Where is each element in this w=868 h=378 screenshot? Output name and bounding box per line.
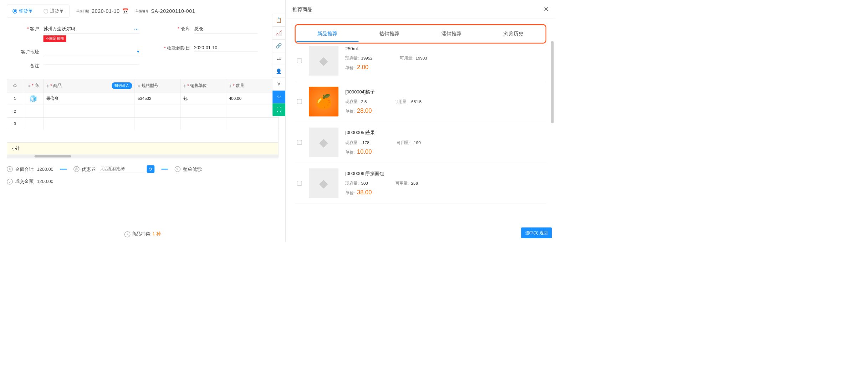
list-item[interactable]: 🍊 [0000004]橘子 现存量:2.5 可用量:-681.5 单价:28.0… [295, 81, 546, 122]
tool-expand-icon[interactable]: ⛶ [272, 103, 285, 116]
checkbox[interactable] [297, 181, 302, 186]
tool-currency-icon[interactable]: ¥ [272, 78, 285, 91]
deal-icon: ✓ [7, 179, 13, 185]
customer-label: 客户 [7, 24, 43, 32]
sort-icon: ▲▼ [229, 84, 232, 87]
tool-star-icon[interactable]: ☆ [272, 91, 285, 103]
radio-selected-icon [12, 9, 17, 14]
chevron-down-icon[interactable]: ▾ [137, 49, 139, 54]
customer-select[interactable]: 苏州万达沃尔玛 ⋯ [44, 24, 139, 34]
col-qty[interactable]: ▲▼数量 [226, 79, 258, 92]
tab-slow-recommend[interactable]: 滞销推荐 [420, 26, 482, 42]
product-thumb: ◆ [309, 128, 338, 157]
product-list[interactable]: ◆ 250ml 现存量:19952 可用量:19903 单价:2.00 🍊 [0… [286, 46, 556, 242]
row-name[interactable]: 果倍爽 [44, 92, 135, 105]
coupon-input[interactable] [99, 165, 144, 173]
doc-date-value: 2020-01-10 [92, 8, 119, 14]
row-thumb: 🧊 [23, 92, 44, 105]
tab-sales-label: 销货单 [19, 8, 32, 14]
discount-icon: % [175, 166, 181, 172]
address-label: 客户地址 [7, 47, 43, 55]
doc-date-label: 单据日期 [76, 9, 89, 13]
warehouse-select[interactable]: 总仓 [194, 24, 258, 34]
address-select[interactable]: ▾ [44, 47, 139, 56]
tool-exchange-icon[interactable]: ⇄ [272, 52, 285, 65]
doc-date-field[interactable]: 单据日期 2020-01-10 📅 [76, 8, 129, 14]
minus-icon [60, 169, 67, 170]
doc-no-field: 单据编号 SA-20200110-001 [136, 8, 195, 14]
col-spec[interactable]: ▲▼规格型号 [135, 79, 180, 92]
tab-history[interactable]: 浏览历史 [482, 26, 545, 42]
product-thumb: ◆ [309, 168, 338, 198]
horizontal-scrollbar[interactable] [7, 154, 278, 158]
doc-no-value: SA-20200110-001 [151, 8, 195, 14]
row-spec[interactable]: 534532 [135, 92, 180, 105]
list-item[interactable]: ◆ [0000005]芒果 现存量:-178 可用量:-190 单价:10.00 [295, 122, 546, 163]
warehouse-label: 仓库 [158, 24, 194, 32]
sort-icon: ▲▼ [183, 84, 186, 87]
customer-value: 苏州万达沃尔玛 [44, 26, 76, 32]
doc-no-label: 单据编号 [136, 9, 148, 13]
checkbox[interactable] [297, 99, 302, 104]
warehouse-value: 总仓 [194, 26, 203, 32]
panel-title: 推荐商品 [292, 6, 312, 12]
tab-return-order[interactable]: 退货单 [38, 5, 69, 17]
side-toolbar: 📋 📈 🔗 ⇄ 👤 ¥ ☆ ⛶ [272, 14, 285, 116]
due-label: 收款到期日 [158, 44, 194, 51]
sort-icon: ▲▼ [138, 84, 141, 87]
table-row[interactable] [7, 130, 278, 143]
row-unit[interactable]: 包 [180, 92, 226, 105]
tool-note-icon[interactable]: 📋 [272, 14, 285, 27]
table-row[interactable]: 3 [7, 118, 278, 130]
more-icon[interactable]: ⋯ [134, 26, 139, 31]
row-qty[interactable]: 400.00 [226, 92, 258, 105]
product-price: 10.00 [357, 148, 372, 155]
table-row[interactable]: 2 [7, 105, 278, 117]
coupon-field: 券 优惠券: ⟳ [73, 165, 155, 173]
refresh-icon[interactable]: ⟳ [147, 165, 155, 173]
product-price: 38.00 [357, 189, 372, 196]
calendar-icon[interactable]: 📅 [122, 8, 128, 14]
list-item[interactable]: ◆ [0000006]手撕面包 现存量:300 可用量:256 单价:38.00 [295, 163, 546, 204]
product-thumb: 🍊 [309, 87, 338, 116]
scan-entry-button[interactable]: 扫码录入 [112, 82, 132, 89]
product-name: [0000004]橘子 [345, 89, 544, 95]
table-row[interactable]: 1 🧊 果倍爽 534532 包 400.00 [7, 92, 278, 105]
col-settings[interactable]: ⚙ [7, 79, 23, 92]
due-value: 2020-01-10 [194, 45, 217, 50]
product-name: [0000005]芒果 [345, 130, 544, 136]
coupon-icon: 券 [73, 166, 80, 172]
yen-icon: ¥ [7, 166, 13, 172]
product-price: 2.00 [357, 64, 368, 71]
product-thumb: ◆ [309, 46, 338, 76]
subtotal-row: 小计 [7, 142, 278, 154]
tool-link-icon[interactable]: 🔗 [272, 40, 285, 52]
tool-chart-icon[interactable]: 📈 [272, 27, 285, 40]
minus-icon [162, 169, 168, 170]
kinds-icon: ≡ [124, 231, 131, 237]
order-type-tabs: 销货单 退货单 [7, 5, 69, 17]
col-image[interactable]: ▲▼商 [23, 79, 44, 92]
close-icon[interactable]: ✕ [543, 5, 549, 13]
tab-sales-order[interactable]: 销货单 [7, 5, 38, 17]
items-grid: ⚙ ▲▼商 ▲▼商品扫码录入 ▲▼规格型号 ▲▼销售单位 ▲▼数量 1 🧊 果倍… [7, 79, 279, 158]
list-item[interactable]: ◆ 250ml 现存量:19952 可用量:19903 单价:2.00 [295, 46, 546, 81]
product-name: 250ml [345, 46, 544, 51]
col-product[interactable]: ▲▼商品扫码录入 [44, 79, 135, 92]
row-index: 1 [7, 92, 23, 105]
col-unit[interactable]: ▲▼销售单位 [180, 79, 226, 92]
tab-hot-recommend[interactable]: 热销推荐 [358, 26, 420, 42]
tab-new-recommend[interactable]: 新品推荐 [296, 26, 358, 42]
checkbox[interactable] [297, 58, 302, 63]
vertical-scrollbar[interactable] [551, 41, 554, 123]
select-return-button[interactable]: 选中(0) 返回 [521, 227, 552, 238]
row-index: 2 [7, 105, 23, 117]
customer-badge: 不固定账期 [44, 35, 66, 42]
order-discount[interactable]: % 整单优惠: [175, 166, 203, 172]
remark-input[interactable] [44, 61, 139, 64]
tool-person-icon[interactable]: 👤 [272, 65, 285, 78]
due-date-input[interactable]: 2020-01-10 [194, 44, 258, 52]
product-name: [0000006]手撕面包 [345, 170, 544, 177]
checkbox[interactable] [297, 140, 302, 145]
row-index: 3 [7, 118, 23, 130]
